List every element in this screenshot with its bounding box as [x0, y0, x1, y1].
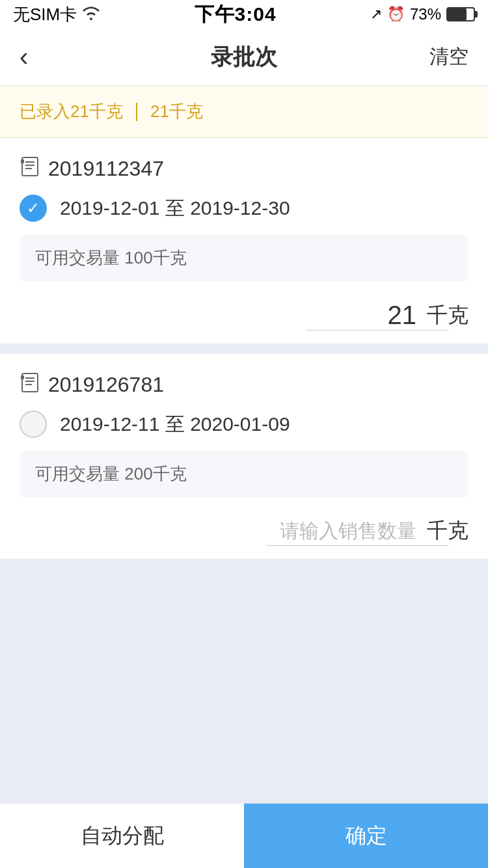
input-placeholder-2[interactable]: 请输入销售数量 — [280, 518, 416, 545]
svg-rect-5 — [22, 373, 38, 392]
amount-wrapper-2: 请输入销售数量 千克 — [0, 510, 488, 559]
batch-icon-1 — [20, 156, 40, 182]
status-left: 无SIM卡 — [13, 3, 100, 26]
clear-button[interactable]: 清空 — [429, 44, 468, 70]
bottom-bar: 自动分配 确定 — [0, 803, 488, 868]
batch-icon-2 — [20, 372, 40, 398]
batch-header-1: 2019112347 — [0, 138, 488, 188]
input-underline-2 — [267, 545, 449, 546]
batch-available-2: 可用交易量 200千克 — [20, 451, 468, 497]
svg-rect-4 — [21, 159, 24, 163]
batch-date-1: 2019-12-01 至 2019-12-30 — [60, 195, 290, 222]
status-time: 下午3:04 — [195, 1, 277, 28]
summary-divider — [136, 103, 137, 121]
empty-area — [0, 559, 488, 832]
page-title: 录批次 — [211, 42, 277, 72]
batch-available-1: 可用交易量 100千克 — [20, 235, 468, 281]
amount-inner-1: 21 千克 — [388, 301, 469, 330]
batch-card-2: 2019126781 2019-12-11 至 2020-01-09 可用交易量… — [0, 354, 488, 559]
batch-id-1: 2019112347 — [48, 157, 164, 181]
batch-date-row-2[interactable]: 2019-12-11 至 2020-01-09 — [0, 404, 488, 444]
amount-underline-1 — [306, 330, 449, 331]
batch-card-1: 2019112347 ✓ 2019-12-01 至 2019-12-30 可用交… — [0, 138, 488, 344]
check-icon-1: ✓ — [27, 199, 40, 217]
batch-radio-1[interactable]: ✓ — [20, 195, 47, 222]
wifi-icon — [82, 5, 100, 25]
amount-value-1[interactable]: 21 — [388, 301, 417, 330]
auto-distribute-button[interactable]: 自动分配 — [0, 804, 244, 868]
battery-icon — [446, 7, 475, 21]
amount-unit-1: 千克 — [427, 301, 468, 330]
batch-header-2: 2019126781 — [0, 354, 488, 404]
status-bar: 无SIM卡 下午3:04 ↗ ⏰ 73% — [0, 0, 488, 29]
batch-id-2: 2019126781 — [48, 373, 164, 397]
amount-wrapper-1: 21 千克 — [0, 294, 488, 344]
back-button[interactable]: ‹ — [20, 42, 59, 72]
svg-rect-0 — [22, 157, 38, 176]
batch-date-2: 2019-12-11 至 2020-01-09 — [60, 411, 290, 438]
battery-percent: 73% — [410, 5, 441, 23]
batch-radio-2[interactable] — [20, 411, 47, 438]
input-unit-2: 千克 — [427, 517, 468, 545]
summary-bar: 已录入21千克 21千克 — [0, 86, 488, 138]
no-sim-text: 无SIM卡 — [13, 3, 77, 26]
total-amount: 21千克 — [150, 100, 203, 123]
status-right: ↗ ⏰ 73% — [370, 5, 475, 23]
section-divider — [0, 344, 488, 354]
nav-bar: ‹ 录批次 清空 — [0, 29, 488, 86]
confirm-button[interactable]: 确定 — [244, 804, 488, 868]
batch-date-row-1[interactable]: ✓ 2019-12-01 至 2019-12-30 — [0, 188, 488, 228]
recorded-amount: 已录入21千克 — [20, 100, 123, 123]
alarm-icon: ⏰ — [387, 6, 405, 23]
svg-rect-9 — [21, 375, 24, 379]
location-icon: ↗ — [370, 6, 382, 23]
amount-inner-2: 请输入销售数量 千克 — [280, 517, 468, 545]
